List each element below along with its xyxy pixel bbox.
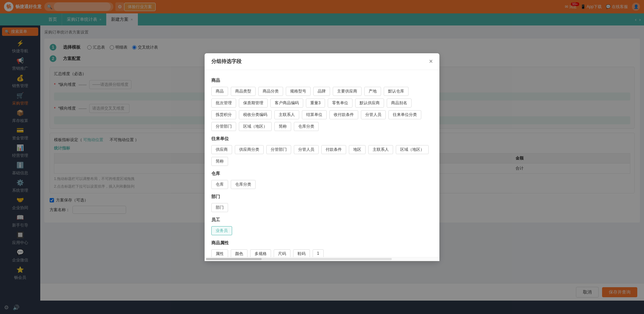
dialog-section-title-0: 商品 — [211, 77, 433, 83]
field-chip-0-6[interactable]: 产地 — [364, 87, 381, 96]
field-chip-0-11[interactable]: 重量3 — [306, 99, 325, 108]
field-chip-5-4[interactable]: 鞋码 — [293, 249, 310, 257]
dialog-chips-group-5: 属性颜色多规格尺码鞋码1 — [211, 249, 433, 257]
field-chip-1-3[interactable]: 分管人员 — [294, 145, 319, 154]
dialog-title: 分组待选字段 — [211, 58, 241, 65]
dialog-section-title-3: 部门 — [211, 194, 433, 200]
dialog-chips-group-3: 部门 — [211, 203, 433, 212]
field-chip-0-20[interactable]: 分管人员 — [361, 110, 386, 119]
field-chip-0-16[interactable]: 税收分类编码 — [239, 110, 272, 119]
field-chip-4-0[interactable]: 业务员 — [211, 226, 232, 235]
field-chip-1-2[interactable]: 分管部门 — [266, 145, 291, 154]
field-chip-5-3[interactable]: 尺码 — [274, 249, 290, 257]
field-chip-1-8[interactable]: 简称 — [211, 157, 228, 166]
dialog-section-title-4: 员工 — [211, 217, 433, 223]
field-chip-0-13[interactable]: 默认供应商 — [355, 99, 384, 108]
dialog-section-title-5: 商品属性 — [211, 240, 433, 246]
field-chip-0-18[interactable]: 结算单位 — [302, 110, 327, 119]
field-chip-5-1[interactable]: 颜色 — [231, 249, 248, 257]
field-chip-0-12[interactable]: 零售单位 — [328, 99, 353, 108]
field-chip-0-24[interactable]: 简称 — [274, 122, 291, 131]
field-chip-1-5[interactable]: 地区 — [349, 145, 366, 154]
field-chip-0-2[interactable]: 商品分类 — [258, 87, 283, 96]
dialog-chips-group-1: 供应商供应商分类分管部门分管人员付款条件地区主联系人区域（地区）简称 — [211, 145, 433, 166]
field-chip-1-1[interactable]: 供应商分类 — [235, 145, 264, 154]
field-chip-0-3[interactable]: 规格型号 — [286, 87, 311, 96]
field-select-dialog: 分组待选字段 × 商品商品商品类型商品分类规格型号品牌主要供应商产地默认仓库批次… — [205, 53, 439, 261]
dialog-chips-group-2: 仓库仓库分类 — [211, 180, 433, 189]
field-chip-0-7[interactable]: 默认仓库 — [384, 87, 409, 96]
field-chip-0-17[interactable]: 主联系人 — [274, 110, 299, 119]
dialog-close-btn[interactable]: × — [429, 58, 433, 65]
field-chip-1-6[interactable]: 主联系人 — [368, 145, 393, 154]
dialog-body: 商品商品商品类型商品分类规格型号品牌主要供应商产地默认仓库批次管理保质期管理客户… — [205, 70, 439, 257]
field-chip-0-9[interactable]: 保质期管理 — [239, 99, 268, 108]
field-chip-2-0[interactable]: 仓库 — [211, 180, 228, 189]
field-chip-1-0[interactable]: 供应商 — [211, 145, 232, 154]
field-chip-0-15[interactable]: 拣货积分 — [211, 110, 236, 119]
dialog-chips-group-0: 商品商品类型商品分类规格型号品牌主要供应商产地默认仓库批次管理保质期管理客户商品… — [211, 87, 433, 131]
field-chip-0-21[interactable]: 往来单位分类 — [388, 110, 421, 119]
field-chip-0-8[interactable]: 批次管理 — [211, 99, 236, 108]
field-chip-0-4[interactable]: 品牌 — [313, 87, 330, 96]
dialog-scrollbar-x — [205, 257, 439, 261]
field-chip-0-22[interactable]: 分管部门 — [211, 122, 236, 131]
field-chip-2-1[interactable]: 仓库分类 — [231, 180, 256, 189]
field-chip-5-5[interactable]: 1 — [313, 249, 324, 257]
field-chip-1-4[interactable]: 付款条件 — [321, 145, 346, 154]
field-chip-3-0[interactable]: 部门 — [211, 203, 228, 212]
field-chip-5-2[interactable]: 多规格 — [250, 249, 271, 257]
field-chip-0-10[interactable]: 客户商品编码 — [270, 99, 303, 108]
field-chip-0-5[interactable]: 主要供应商 — [333, 87, 362, 96]
dialog-section-title-2: 仓库 — [211, 171, 433, 177]
field-chip-0-25[interactable]: 仓库分类 — [294, 122, 319, 131]
field-chip-0-1[interactable]: 商品类型 — [231, 87, 256, 96]
dialog-section-title-1: 往来单位 — [211, 136, 433, 142]
field-chip-0-14[interactable]: 商品别名 — [387, 99, 412, 108]
field-chip-0-23[interactable]: 区域（地区） — [239, 122, 272, 131]
field-chip-0-19[interactable]: 收付款条件 — [329, 110, 358, 119]
dialog-chips-group-4: 业务员 — [211, 226, 433, 235]
dialog-overlay: 分组待选字段 × 商品商品商品类型商品分类规格型号品牌主要供应商产地默认仓库批次… — [0, 0, 644, 301]
field-chip-0-0[interactable]: 商品 — [211, 87, 228, 96]
field-chip-1-7[interactable]: 区域（地区） — [396, 145, 429, 154]
dialog-header: 分组待选字段 × — [205, 53, 439, 70]
field-chip-5-0[interactable]: 属性 — [211, 249, 228, 257]
